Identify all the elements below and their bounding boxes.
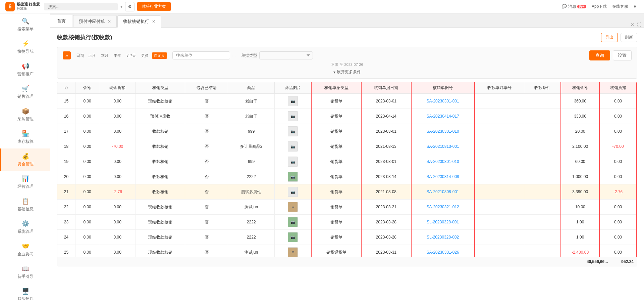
cell-include-cleared: 否: [185, 154, 228, 169]
cancel-no-link[interactable]: SA-20230301-001: [426, 99, 459, 103]
cell-cancel-no[interactable]: SA-20210813-001: [411, 139, 475, 154]
col-include-cleared: 包含已结清: [185, 82, 228, 94]
cancel-no-link[interactable]: SA-20230301-010: [426, 159, 459, 164]
sidebar-item-collab[interactable]: 🤝 企业协同: [0, 239, 50, 261]
edition-badge: 标准版: [17, 6, 40, 11]
export-button[interactable]: 导出: [601, 33, 618, 42]
query-button[interactable]: 查询: [589, 50, 610, 60]
tab-receive-cancel-close[interactable]: ✕: [152, 19, 155, 24]
cell-cancel-voucher-type: 销货单: [311, 124, 361, 139]
cell-cancel-no[interactable]: SA-20230314-008: [411, 169, 475, 184]
product-image: 📷: [288, 126, 298, 136]
sidebar: 🔍 搜索菜单 ⚡ 快捷导航 📢 营销推广 🛒 销售管理 📦 采购管理 🏪 库存核…: [0, 13, 50, 300]
table-row: 25 0.00 0.00 现结收款核销 否 测试jun 🖼 销货退货单 2023…: [57, 245, 637, 257]
cell-cancel-no[interactable]: SA-20230301-010: [411, 154, 475, 169]
cancel-no-link[interactable]: SA-20230301-010: [426, 129, 459, 134]
cell-cancel-type: 现结收款核销: [136, 230, 185, 245]
tab-bar: 首页 预付冲应付单 ✕ 收款核销执行 ✕ ✕ ⛶: [50, 13, 644, 28]
cell-product-img: 📷: [275, 94, 312, 109]
tab-prepay-label: 预付冲应付单: [79, 18, 105, 25]
sidebar-item-finance[interactable]: 💰 资金管理: [0, 148, 50, 171]
cell-no: 23: [57, 215, 75, 230]
cell-cancel-no[interactable]: SA-20230321-012: [411, 200, 475, 215]
layout: 🔍 搜索菜单 ⚡ 快捷导航 📢 营销推广 🛒 销售管理 📦 采购管理 🏪 库存核…: [0, 13, 644, 300]
date-7days[interactable]: 近7天: [124, 52, 138, 59]
table-scroll[interactable]: ⚙ 余额 现金折扣 核销类型 包含已结清 商品 商品图片 核销单据类型 核销单据…: [57, 82, 637, 257]
sidebar-item-inventory[interactable]: 🏪 库存核算: [0, 126, 50, 148]
cancel-no-link[interactable]: SA-20230314-008: [426, 174, 459, 179]
product-image: 📷: [288, 187, 298, 197]
tab-prepay-close[interactable]: ✕: [108, 19, 111, 24]
cell-product-img: 📷: [275, 139, 312, 154]
cell-cancel-voucher-type: 销货单: [311, 109, 361, 124]
cell-cancel-no[interactable]: SL-20230328-001: [411, 215, 475, 230]
filter-row: » 日期 上月 本月 本年 近7天 更多 自定义: [63, 50, 632, 60]
filter-expand-button[interactable]: »: [63, 51, 71, 59]
cell-cancel-no[interactable]: SA-20210808-001: [411, 184, 475, 200]
expand-more-label: 展开更多条件: [337, 69, 361, 75]
tab-prepay[interactable]: 预付冲应付单 ✕: [73, 15, 117, 27]
col-settings[interactable]: ⚙: [57, 82, 75, 94]
sidebar-item-system[interactable]: ⚙️ 系统管理: [0, 216, 50, 239]
date-custom[interactable]: 自定义: [152, 52, 167, 59]
cancel-no-link[interactable]: SA-20230414-017: [426, 114, 459, 119]
cell-no: 22: [57, 200, 75, 215]
sidebar-item-basic[interactable]: 📋 基础信息: [0, 194, 50, 216]
sidebar-item-sales[interactable]: 🛒 销售管理: [0, 81, 50, 103]
cancel-no-link[interactable]: SA-20230321-012: [426, 205, 459, 209]
cell-cancel-voucher-type: 销货退货单: [311, 245, 361, 257]
window-expand-icon[interactable]: ⛶: [637, 22, 641, 27]
cell-product-img: 📷: [275, 169, 312, 184]
cell-cancel-no[interactable]: SL-20230328-002: [411, 230, 475, 245]
cell-cancel-type: 收款核销: [136, 124, 185, 139]
message-area[interactable]: 💬 消息 99+: [562, 4, 586, 9]
sidebar-item-purchase[interactable]: 📦 采购管理: [0, 103, 50, 126]
cell-include-cleared: 否: [185, 124, 228, 139]
col-cash-discount: 现金折扣: [99, 82, 136, 94]
search-input[interactable]: [44, 3, 118, 10]
cell-cancel-discount: 0.00: [599, 215, 637, 230]
tab-receive-cancel[interactable]: 收款核销执行 ✕: [117, 15, 161, 28]
dots-separator: ···: [232, 53, 236, 58]
window-close-icon[interactable]: ✕: [631, 22, 634, 27]
partner-input[interactable]: [172, 51, 230, 59]
date-this-month[interactable]: 本月: [99, 52, 110, 59]
cancel-no-link[interactable]: SL-20230328-001: [427, 220, 459, 224]
cell-cancel-no[interactable]: SA-20230301-010: [411, 124, 475, 139]
cell-cancel-voucher-type: 销货单: [311, 215, 361, 230]
tab-home[interactable]: 首页: [50, 15, 72, 27]
sidebar-item-quick-nav[interactable]: ⚡ 快捷导航: [0, 36, 50, 58]
voucher-type-select[interactable]: [259, 51, 313, 59]
product-image: 📷: [288, 232, 298, 242]
message-label: 消息: [568, 4, 576, 9]
user-name[interactable]: Rit: [634, 4, 639, 9]
sidebar-item-guide[interactable]: 📖 新手引导: [0, 261, 50, 284]
sidebar-label-system: 系统管理: [17, 229, 34, 234]
online-service-link[interactable]: 在线客服: [612, 4, 628, 9]
cell-balance: 0.00: [75, 215, 99, 230]
cancel-no-link[interactable]: SA-20230331-026: [426, 250, 459, 255]
sidebar-item-ops[interactable]: 📊 经营管理: [0, 171, 50, 194]
gear-button[interactable]: ⚙: [125, 2, 135, 11]
sidebar-item-search[interactable]: 🔍 搜索菜单: [0, 13, 50, 36]
expand-more-button[interactable]: ▾ 展开更多条件: [333, 69, 361, 75]
date-this-year[interactable]: 本年: [112, 52, 123, 59]
cell-cancel-no[interactable]: SA-20230414-017: [411, 109, 475, 124]
cancel-no-link[interactable]: SA-20210813-001: [426, 144, 459, 149]
cancel-no-link[interactable]: SA-20210808-001: [426, 189, 459, 194]
cell-cancel-no[interactable]: SA-20230301-001: [411, 94, 475, 109]
sidebar-item-smart[interactable]: 🖥️ 智能硬件: [0, 284, 50, 300]
cell-cancel-type: 现结收款核销: [136, 215, 185, 230]
cancel-no-link[interactable]: SL-20230328-002: [427, 235, 459, 240]
cell-balance: 0.00: [75, 184, 99, 200]
sidebar-item-marketing[interactable]: 📢 营销推广: [0, 58, 50, 81]
date-last-month[interactable]: 上月: [86, 52, 98, 59]
settings-button[interactable]: 设置: [613, 50, 632, 60]
cell-receive-condition: [524, 230, 561, 245]
cell-cancel-no[interactable]: SA-20230331-026: [411, 245, 475, 257]
refresh-button[interactable]: 刷新: [621, 33, 637, 42]
trial-button[interactable]: 体验行业方案: [137, 2, 171, 11]
app-download-link[interactable]: App下载: [592, 4, 607, 9]
date-more[interactable]: 更多: [139, 52, 151, 59]
cell-receive-order-no: [475, 124, 524, 139]
